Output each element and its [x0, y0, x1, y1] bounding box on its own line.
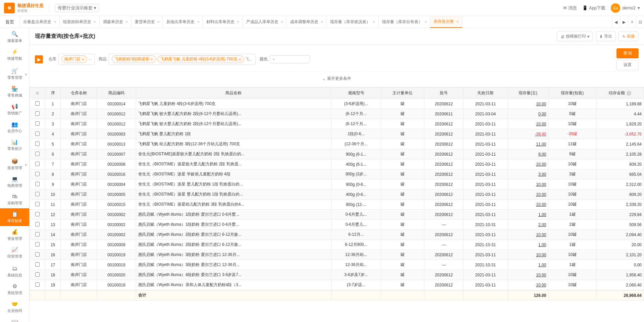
row-qty-main[interactable]: 10.00 [507, 250, 548, 260]
tab-fen-pan[interactable]: 分量盘点单历史 × [20, 16, 60, 28]
tab-qi-ta-close[interactable]: × [197, 20, 199, 24]
row-checkbox[interactable] [30, 210, 45, 220]
row-qty-main[interactable]: 2.00 [507, 220, 548, 230]
tab-next-btn[interactable]: ▶ [620, 16, 628, 28]
refresh-btn[interactable]: ↻ 刷新 [619, 32, 639, 41]
tab-prev-btn[interactable]: ◀ [612, 16, 620, 28]
sidebar-item-purchase[interactable]: 🛍 采购管理 [0, 191, 29, 208]
balance-info-icon[interactable]: ① [627, 91, 631, 96]
sidebar-item-retail-stat[interactable]: 📊 零售统计 [0, 136, 29, 154]
sidebar-item-system[interactable]: ⚙ 系统管理 [0, 280, 29, 298]
tab-cheng-ben[interactable]: 成本调整单历史 × [287, 16, 327, 28]
search-btn[interactable]: 查询 [616, 48, 639, 58]
row-checkbox[interactable] [30, 169, 45, 179]
row-checkbox[interactable] [30, 129, 45, 139]
expand-conditions-btn[interactable]: ⌄ 展开更多条件 [322, 76, 351, 82]
tab-ku-cun-pc-close[interactable]: × [457, 20, 459, 23]
row-qty-main[interactable]: 11.00 [507, 139, 548, 149]
settings-btn[interactable]: 设置 [616, 60, 639, 70]
tab-zu-chai[interactable]: 组装拆卸单历史 × [60, 16, 100, 28]
row-checkbox[interactable] [30, 159, 45, 169]
row-checkbox[interactable] [30, 280, 45, 290]
sidebar-item-inventory[interactable]: 📋 库存核算 [0, 208, 29, 226]
sidebar-quick-nav[interactable]: ⚡ 快捷导航 [0, 46, 29, 64]
sidebar-item-wholesale[interactable]: 📦 批发管理 ▶ [0, 155, 29, 173]
tab-zu-chai-close[interactable]: × [94, 20, 96, 24]
tab-chan-pin[interactable]: 产成品入库单历史 × [243, 16, 287, 28]
warehouse-tag-close[interactable]: × [82, 57, 84, 61]
tab-cai-liao[interactable]: 材料出库单历史 × [203, 16, 243, 28]
user-area[interactable]: Ea demo2 ▾ [611, 3, 640, 13]
tab-qi-ta[interactable]: 其他出库单历史 × [163, 16, 203, 28]
row-qty-main[interactable]: 1.00 [507, 210, 548, 220]
row-checkbox[interactable] [30, 149, 45, 159]
warehouse-more[interactable]: ··· [88, 57, 92, 62]
product-more[interactable]: 飞... [245, 56, 253, 62]
row-qty-main[interactable]: 10.00 [507, 270, 548, 280]
tab-close-btn[interactable]: × [628, 16, 636, 28]
row-qty-main[interactable]: 10.00 [507, 179, 548, 190]
tab-xian-cun-fb[interactable]: 现存量（库存分布表） × [379, 16, 431, 28]
product-tag-1-close[interactable]: × [151, 57, 153, 61]
row-qty-main[interactable]: 0.00 [507, 109, 548, 119]
row-qty-main[interactable]: 10.00 [507, 280, 548, 290]
tab-tiao-bo[interactable]: 调拨单历史 × [100, 16, 131, 28]
sidebar-item-retail-mgmt[interactable]: 🛒 零售管理 ▶ [0, 65, 29, 83]
sidebar-item-basic[interactable]: 🗂 基础信息 [0, 263, 29, 280]
tab-yao-huo[interactable]: 要货单历史 × [131, 16, 163, 28]
warehouse-input[interactable]: 南岸门店 × ··· [58, 54, 95, 65]
industry-select[interactable]: 母婴行业演示账套 ▾ [55, 4, 99, 12]
sidebar-item-member[interactable]: 👥 会员中心 [0, 118, 29, 136]
row-checkbox[interactable] [30, 250, 45, 260]
row-checkbox[interactable] [30, 260, 45, 270]
col-settings-header[interactable]: ⚙ [30, 88, 45, 99]
row-qty-main[interactable]: 10.00 [507, 159, 548, 169]
row-checkbox[interactable] [30, 119, 45, 129]
tab-xian-cun-fb-close[interactable]: × [425, 20, 427, 24]
row-qty-main[interactable]: 1.00 [507, 260, 548, 270]
tab-xian-cun-kk-close[interactable]: × [373, 20, 375, 24]
template-print-btn[interactable]: 🖨 按模板打印 ▾ [557, 32, 593, 41]
tab-cai-liao-close[interactable]: × [237, 20, 239, 24]
tab-fen-pan-close[interactable]: × [54, 20, 56, 24]
export-btn[interactable]: ⬇ 导出 [596, 32, 616, 41]
sidebar-item-ecommerce[interactable]: 💻 电商管理 [0, 173, 29, 191]
sidebar-item-marketing[interactable]: 📢 营销推广 [0, 101, 29, 118]
row-qty-main[interactable]: 10.00 [507, 99, 548, 109]
tab-home[interactable]: 首页 [0, 16, 20, 28]
sidebar-item-guide[interactable]: 📖 新手引导 [0, 316, 29, 322]
sidebar-search[interactable]: 🔍 搜索菜单 [0, 28, 29, 46]
row-checkbox[interactable] [30, 99, 45, 109]
row-qty-main[interactable]: 1.00 [507, 240, 548, 250]
tab-xian-cun-kk[interactable]: 现存量（库存状况表） × [327, 16, 379, 28]
row-checkbox[interactable] [30, 179, 45, 190]
tab-ku-cun-pc[interactable]: 库存批次整 × [430, 16, 462, 28]
row-qty-main[interactable]: 3.00 [507, 169, 548, 179]
row-checkbox[interactable] [30, 190, 45, 200]
expand-arrow-btn[interactable]: ▶ [35, 55, 43, 63]
app-download-btn[interactable]: 📱 App下载 [582, 5, 605, 11]
row-qty-main[interactable]: -39.00 [507, 129, 548, 139]
row-checkbox[interactable] [30, 220, 45, 230]
tab-cheng-ben-close[interactable]: × [321, 20, 323, 24]
tab-tiao-bo-close[interactable]: × [126, 20, 128, 24]
sidebar-item-enterprise[interactable]: 🤝 企业协同 [0, 298, 29, 316]
row-qty-main[interactable]: 10.00 [507, 200, 548, 210]
tab-yao-huo-close[interactable]: × [158, 20, 160, 24]
row-checkbox[interactable] [30, 270, 45, 280]
row-qty-main[interactable]: 10.00 [507, 190, 548, 200]
tab-chan-pin-close[interactable]: × [281, 20, 283, 24]
row-checkbox[interactable] [30, 109, 45, 119]
sidebar-item-retail-shop[interactable]: 🏪 零售商城 [0, 83, 29, 101]
row-checkbox[interactable] [30, 139, 45, 149]
row-qty-main[interactable]: 10.00 [507, 230, 548, 240]
row-checkbox[interactable] [30, 240, 45, 250]
row-qty-main[interactable]: 9.00 [507, 149, 548, 159]
row-checkbox[interactable] [30, 200, 45, 210]
product-input[interactable]: 飞鹤奶粉3段两提装 × 飞鹤星飞帆 儿童奶粉 4段(3-6岁适用) 700克 ×… [109, 54, 256, 65]
product-tag-2-close[interactable]: × [239, 57, 241, 61]
tab-more-btn[interactable]: ⊡ [636, 16, 644, 28]
message-btn[interactable]: ✉ 消息 [563, 5, 577, 11]
sidebar-item-business[interactable]: 📈 经营管理 [0, 244, 29, 262]
row-qty-main[interactable]: 10.00 [507, 119, 548, 129]
